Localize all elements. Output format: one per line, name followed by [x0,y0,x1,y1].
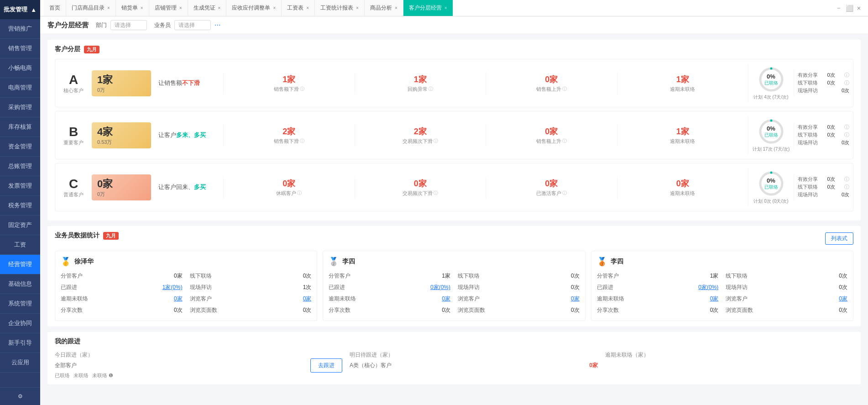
sidebar-item-inventory[interactable]: 库存核算 [0,117,40,137]
sidebar-settings[interactable]: ⚙ [0,387,40,405]
info-icon[interactable]: ⓘ [844,72,849,79]
dept-select[interactable]: 请选择 [110,20,147,30]
info-icon[interactable]: ⓘ [562,86,567,92]
circle-pct: 0% [764,73,778,80]
sidebar-item-purchase[interactable]: 采购管理 [0,98,40,117]
tab-close-all-icon[interactable]: × [857,5,861,12]
tab-home[interactable]: 首页 [44,0,66,16]
metric-num[interactable]: 1家 [227,74,351,85]
tab-close-icon[interactable]: × [218,5,221,11]
stat-val-link[interactable]: 0家 [442,295,450,303]
tab-label: 生成凭证 [193,4,215,12]
sidebar-item-label: 工资 [14,241,26,248]
list-view-button[interactable]: 列表式 [825,232,853,245]
tab-close-icon[interactable]: × [179,5,182,11]
sidebar-item-collab[interactable]: 企业协同 [0,314,40,333]
metric-num[interactable]: 0家 [621,178,745,189]
stat-val-link[interactable]: 0家 [839,295,847,303]
sidebar-item-ecommerce-small[interactable]: 小畅电商 [0,58,40,78]
staff-name-2: 李四 [611,258,623,266]
info-icon[interactable]: ⓘ [434,190,438,196]
metric-num[interactable]: 1家 [621,74,745,85]
info-icon[interactable]: ⓘ [297,190,302,196]
staff-stat-row: 浏览客户 0家 [190,294,312,304]
info-icon[interactable]: ⓘ [844,176,849,183]
tab-store-mgmt[interactable]: 店铺管理 × [149,0,188,16]
sidebar-item-management[interactable]: 经营管理 [0,255,40,274]
sidebar-item-guide[interactable]: 新手引导 [0,333,40,353]
metric-num[interactable]: 0家 [490,178,613,189]
sidebar-item-ledger[interactable]: 总账管理 [0,157,40,176]
info-icon[interactable]: ⓘ [844,79,849,86]
tab-close-icon[interactable]: × [444,5,447,11]
sidebar-item-basic[interactable]: 基础信息 [0,274,40,294]
sidebar-item-cloud[interactable]: 云应用 [0,353,40,373]
sidebar-item-system[interactable]: 系统管理 [0,294,40,314]
follow-uncontacted-label: 未联络 ❶ [92,372,113,379]
stat-label: 浏览页面数 [458,306,485,314]
info-icon[interactable]: ⓘ [562,190,567,196]
tab-payroll-table[interactable]: 工资表 × [282,0,315,16]
tab-sales-order[interactable]: 销货单 × [116,0,149,16]
stat-val-link[interactable]: 0家(0%) [430,284,450,291]
staff-select[interactable]: 请选择 [174,20,211,30]
tab-close-icon[interactable]: × [107,5,110,11]
info-icon[interactable]: ⓘ [844,131,849,138]
tab-store-products[interactable]: 门店商品目录 × [66,0,116,16]
metric-num[interactable]: 0家 [359,178,482,189]
tab-close-icon[interactable]: × [141,5,143,11]
tab-voucher[interactable]: 生成凭证 × [188,0,227,16]
stat-val-link[interactable]: 0家 [571,295,580,303]
sidebar-item-invoice[interactable]: 发票管理 [0,176,40,196]
stat-val-link[interactable]: 1家(0%) [162,284,183,291]
more-filters-icon[interactable]: ··· [214,21,220,29]
info-icon[interactable]: ⓘ [300,86,304,92]
tab-label: 客户分层经营 [409,4,442,12]
go-follow-button[interactable]: 去跟进 [310,358,342,373]
tab-product-analysis[interactable]: 商品分析 × [365,0,403,16]
metric-num[interactable]: 2家 [359,126,482,137]
stat-val-link[interactable]: 0家 [710,295,719,303]
metric-num[interactable]: 1家 [621,126,745,137]
metric-num[interactable]: 0家 [490,126,613,137]
metric-num[interactable]: 0家 [227,178,351,189]
metric-label: 逾期未联络 [621,86,745,93]
stat-val-link[interactable]: 0家 [303,295,312,303]
info-icon[interactable]: ⓘ [844,184,849,190]
sidebar-item-tax[interactable]: 税务管理 [0,196,40,216]
info-icon[interactable]: ⓘ [429,86,433,92]
info-icon[interactable]: ⓘ [844,124,849,131]
tab-ar-ap[interactable]: 应收应付调整单 × [226,0,282,16]
sidebar-item-sales[interactable]: 销售管理 [0,39,40,58]
stat-label: 分享次数 [61,306,83,314]
sidebar-item-payroll[interactable]: 工资 [0,235,40,255]
stat-val: 1次 [303,284,312,291]
tier-a-amount: 0万 [97,87,146,94]
tab-payroll-report[interactable]: 工资统计报表 × [315,0,365,16]
tab-close-icon[interactable]: × [356,5,359,11]
staff-header-1: 🥈 李四 [329,257,579,267]
info-icon[interactable]: ⓘ [300,138,304,144]
info-icon[interactable]: ⓘ [562,138,567,144]
tier-b-amount: 0.53万 [97,139,146,146]
metric-num[interactable]: 0家 [490,74,613,85]
tab-close-icon[interactable]: × [273,5,276,11]
tab-maximize-icon[interactable]: ⬜ [846,5,853,12]
metric-num[interactable]: 2家 [227,126,351,137]
sidebar-item-finance[interactable]: 资金管理 [0,137,40,157]
tab-minimize-icon[interactable]: － [836,4,842,12]
tab-close-icon[interactable]: × [306,5,309,11]
stat-val-link[interactable]: 0家(0%) [698,284,718,291]
info-icon[interactable]: ⓘ [434,138,438,144]
sidebar-item-ecommerce[interactable]: 电商管理 [0,78,40,98]
sidebar-header[interactable]: 批发管理 ▲ [0,0,40,19]
metric-num[interactable]: 1家 [359,74,482,85]
sidebar-toggle-icon[interactable]: ▲ [31,6,37,13]
sidebar-title: 批发管理 [4,5,27,14]
tab-close-icon[interactable]: × [395,5,397,11]
stat-row: 有效分享 0次 ⓘ [798,124,849,131]
sidebar-item-marketing[interactable]: 营销推广 [0,19,40,39]
tab-customer-tier[interactable]: 客户分层经营 × [403,0,453,16]
sidebar-item-assets[interactable]: 固定资产 [0,216,40,235]
stat-val-link[interactable]: 0家 [174,295,183,303]
